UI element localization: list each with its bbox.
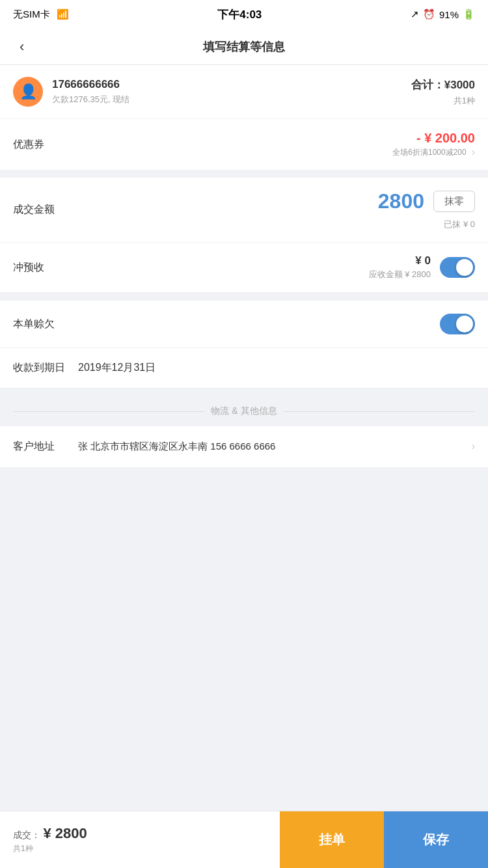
back-button[interactable]: ‹ — [13, 32, 31, 62]
prepay-receivable: 应收金额 ¥ 2800 — [369, 269, 431, 280]
address-label: 客户地址 — [13, 440, 72, 454]
address-arrow-icon: › — [472, 441, 475, 452]
status-time: 下午4:03 — [217, 7, 262, 22]
user-info-left: 👤 17666666666 欠款1276.35元, 现结 — [13, 77, 129, 107]
user-card: 👤 17666666666 欠款1276.35元, 现结 合计：¥3000 共1… — [0, 65, 488, 119]
divider-2 — [0, 293, 488, 301]
bottom-deal-label-row: 成交： ¥ 2800 — [13, 825, 267, 842]
credit-label: 本单赊欠 — [13, 318, 55, 331]
location-icon: ↗ — [411, 8, 419, 20]
wifi-icon: 📶 — [57, 8, 69, 20]
bottom-deal-info: 成交： ¥ 2800 共1种 — [0, 825, 280, 854]
user-debt: 欠款1276.35元, 现结 — [52, 94, 129, 105]
prepay-zero: ¥ 0 — [369, 254, 431, 267]
page-title: 填写结算等信息 — [203, 39, 285, 55]
save-button[interactable]: 保存 — [384, 811, 488, 868]
user-total: 合计：¥3000 共1种 — [411, 77, 475, 107]
bottom-deal-count: 共1种 — [13, 843, 267, 854]
empty-space — [0, 468, 488, 585]
deal-amount-section: 成交金额 2800 抹零 已抹 ¥ 0 冲预收 ¥ 0 应收金额 ¥ 2800 — [0, 178, 488, 293]
nav-bar: ‹ 填写结算等信息 — [0, 29, 488, 65]
battery-icon: 🔋 — [463, 8, 475, 20]
total-count: 共1种 — [411, 95, 475, 107]
credit-toggle[interactable] — [440, 314, 475, 334]
deal-amount-row: 成交金额 2800 抹零 已抹 ¥ 0 — [0, 178, 488, 243]
prepay-row: 冲预收 ¥ 0 应收金额 ¥ 2800 — [0, 243, 488, 293]
prepay-label: 冲预收 — [13, 261, 44, 275]
prepay-values: ¥ 0 应收金额 ¥ 2800 — [369, 254, 431, 280]
bottom-bar: 成交： ¥ 2800 共1种 挂单 保存 — [0, 811, 488, 868]
due-date-value: 2019年12月31日 — [78, 361, 156, 375]
user-phone: 17666666666 — [52, 78, 129, 91]
status-bar: 无SIM卡 📶 下午4:03 ↗ ⏰ 91% 🔋 — [0, 0, 488, 29]
coupon-row[interactable]: 优惠券 - ¥ 200.00 全场6折满1000减200 › — [0, 119, 488, 170]
coupon-arrow-icon: › — [472, 146, 475, 158]
due-date-label: 收款到期日 — [13, 361, 65, 375]
alarm-icon: ⏰ — [423, 8, 435, 20]
address-row[interactable]: 客户地址 张 北京市市辖区海淀区永丰南 156 6666 6666 › — [0, 426, 488, 468]
round-zero-button[interactable]: 抹零 — [433, 191, 475, 212]
address-value: 张 北京市市辖区海淀区永丰南 156 6666 6666 — [78, 439, 465, 454]
deal-amount-value: 2800 抹零 — [378, 189, 475, 213]
coupon-amount: - ¥ 200.00 — [392, 131, 475, 146]
bottom-deal-amount: ¥ 2800 — [43, 825, 87, 841]
user-details: 17666666666 欠款1276.35元, 现结 — [52, 78, 129, 105]
prepay-toggle[interactable] — [440, 257, 475, 278]
deal-amount-label: 成交金额 — [13, 203, 55, 217]
main-content: 👤 17666666666 欠款1276.35元, 现结 合计：¥3000 共1… — [0, 65, 488, 650]
due-date-row: 收款到期日 2019年12月31日 — [0, 348, 488, 388]
bottom-buttons: 挂单 保存 — [280, 811, 488, 868]
coupon-section: 优惠券 - ¥ 200.00 全场6折满1000减200 › — [0, 119, 488, 170]
coupon-label: 优惠券 — [13, 138, 44, 152]
avatar: 👤 — [13, 77, 43, 107]
hold-button[interactable]: 挂单 — [280, 811, 384, 868]
coupon-description: 全场6折满1000减200 — [392, 147, 466, 158]
total-amount: 合计：¥3000 — [411, 77, 475, 92]
carrier-label: 无SIM卡 — [13, 8, 50, 21]
logistics-section-label: 物流 & 其他信息 — [0, 396, 488, 426]
logistics-label-text: 物流 & 其他信息 — [211, 405, 277, 417]
divider-3 — [0, 388, 488, 396]
status-left: 无SIM卡 📶 — [13, 8, 69, 21]
coupon-right: - ¥ 200.00 全场6折满1000减200 › — [392, 131, 475, 158]
deal-number: 2800 — [378, 189, 424, 213]
credit-row: 本单赊欠 — [0, 301, 488, 348]
prepay-right: ¥ 0 应收金额 ¥ 2800 — [369, 254, 475, 280]
deal-already-zero: 已抹 ¥ 0 — [444, 219, 475, 230]
bottom-deal-label: 成交： — [13, 830, 40, 840]
divider-1 — [0, 170, 488, 178]
battery-label: 91% — [439, 9, 459, 20]
status-right: ↗ ⏰ 91% 🔋 — [411, 8, 475, 20]
